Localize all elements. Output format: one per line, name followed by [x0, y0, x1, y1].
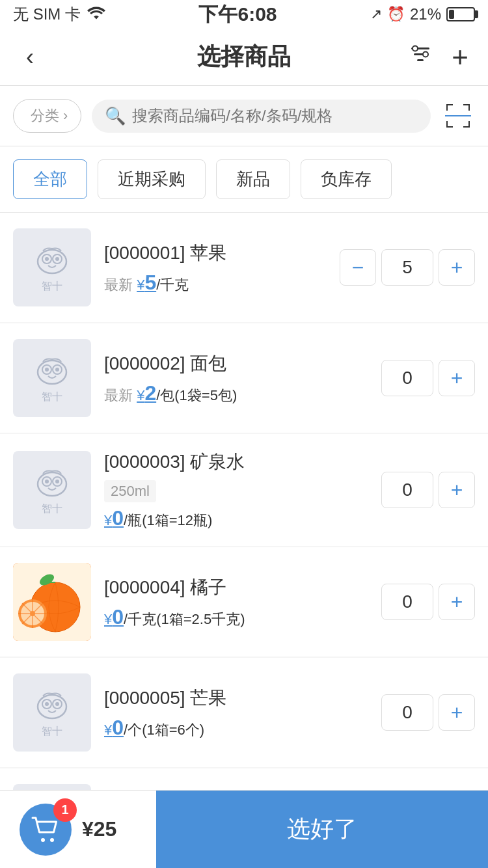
- svg-point-42: [45, 702, 49, 706]
- quantity-plus-button[interactable]: +: [439, 360, 475, 396]
- page-title: 选择商品: [197, 41, 291, 73]
- cart-button[interactable]: 1: [20, 804, 72, 856]
- status-right: ↗ ⏰ 21%: [370, 5, 475, 23]
- svg-point-39: [38, 695, 66, 718]
- svg-point-28: [55, 480, 59, 483]
- svg-point-19: [38, 360, 66, 384]
- svg-rect-8: [468, 104, 470, 111]
- quantity-input[interactable]: [381, 360, 433, 396]
- product-info: [0000002] 面包 最新 ¥2/包(1袋=5包): [104, 351, 381, 405]
- product-price: 最新 ¥2/包(1袋=5包): [104, 381, 381, 405]
- carrier-text: 无 SIM 卡: [13, 4, 81, 25]
- confirm-button[interactable]: 选好了: [156, 791, 488, 868]
- svg-rect-12: [468, 121, 470, 128]
- svg-point-38: [30, 611, 35, 616]
- battery-icon: [446, 7, 475, 21]
- category-label: 分类: [31, 106, 59, 126]
- tab-negative-stock[interactable]: 负库存: [301, 159, 392, 199]
- product-price: ¥0/千克(1箱=2.5千克): [104, 605, 381, 629]
- product-price: 最新 ¥5/千克: [104, 271, 340, 295]
- quantity-input[interactable]: [381, 584, 433, 620]
- svg-point-43: [55, 702, 59, 706]
- product-spec: 250ml: [104, 480, 156, 502]
- search-input-wrap: 🔍: [92, 100, 431, 133]
- svg-point-22: [45, 368, 49, 372]
- svg-rect-10: [446, 121, 448, 128]
- location-icon: ↗: [370, 6, 382, 23]
- product-name: [0000003] 矿泉水: [104, 450, 381, 474]
- product-item: 智十 [0000005] 芒果 ¥0/个(1箱=6个) +: [0, 658, 488, 767]
- product-item: 智十 [0000003] 矿泉水 250ml ¥0/瓶(1箱=12瓶) +: [0, 434, 488, 546]
- product-info: [0000003] 矿泉水 250ml ¥0/瓶(1箱=12瓶): [104, 450, 381, 530]
- status-left: 无 SIM 卡: [13, 4, 105, 25]
- quantity-plus-button[interactable]: +: [439, 249, 475, 286]
- svg-point-18: [55, 257, 59, 261]
- product-quantity: − +: [340, 249, 475, 286]
- product-quantity: +: [381, 694, 475, 731]
- product-thumbnail: 智十: [13, 451, 91, 529]
- tab-recent[interactable]: 近期采购: [98, 159, 206, 199]
- product-item: [0000004] 橘子 ¥0/千克(1箱=2.5千克) +: [0, 547, 488, 657]
- svg-point-23: [55, 368, 59, 372]
- cart-total: ¥25: [82, 817, 116, 841]
- product-name: [0000001] 苹果: [104, 241, 340, 265]
- product-info: [0000004] 橘子 ¥0/千克(1箱=2.5千克): [104, 575, 381, 629]
- svg-point-14: [38, 250, 66, 273]
- quantity-plus-button[interactable]: +: [439, 472, 475, 508]
- svg-point-55: [50, 838, 54, 842]
- product-name: [0000004] 橘子: [104, 575, 381, 600]
- wifi-icon: [87, 5, 105, 23]
- svg-point-3: [413, 46, 418, 51]
- add-icon[interactable]: +: [452, 41, 468, 74]
- status-bar: 无 SIM 卡 下午6:08 ↗ ⏰ 21%: [0, 0, 488, 29]
- product-price: ¥0/瓶(1箱=12瓶): [104, 506, 381, 530]
- status-time: 下午6:08: [198, 1, 277, 28]
- product-thumbnail: 智十: [13, 673, 91, 752]
- quantity-input[interactable]: [381, 472, 433, 508]
- tab-new[interactable]: 新品: [216, 159, 290, 199]
- scan-icon[interactable]: [441, 99, 475, 133]
- product-quantity: +: [381, 584, 475, 620]
- search-icon: 🔍: [105, 106, 126, 126]
- svg-point-17: [45, 257, 49, 261]
- placeholder-logo: 智十: [33, 243, 72, 292]
- tab-all[interactable]: 全部: [13, 159, 87, 199]
- placeholder-logo: 智十: [33, 688, 72, 737]
- product-thumbnail: [13, 563, 91, 641]
- quantity-minus-button[interactable]: −: [340, 249, 376, 286]
- svg-rect-13: [445, 115, 471, 116]
- product-thumbnail: 智十: [13, 228, 91, 306]
- svg-point-27: [45, 480, 49, 483]
- battery-percent: 21%: [410, 5, 441, 23]
- product-name: [0000002] 面包: [104, 351, 381, 376]
- filter-icon[interactable]: [409, 42, 432, 72]
- product-info: [0000001] 苹果 最新 ¥5/千克: [104, 241, 340, 295]
- nav-bar: ‹ 选择商品 +: [0, 29, 488, 86]
- quantity-plus-button[interactable]: +: [439, 584, 475, 620]
- search-area: 分类 › 🔍: [0, 86, 488, 146]
- quantity-input[interactable]: [381, 694, 433, 731]
- product-price: ¥0/个(1箱=6个): [104, 716, 381, 740]
- product-quantity: +: [381, 472, 475, 508]
- chevron-right-icon: ›: [63, 107, 68, 124]
- quantity-plus-button[interactable]: +: [439, 694, 475, 731]
- product-info: [0000005] 芒果 ¥0/个(1箱=6个): [104, 686, 381, 740]
- product-item: 智十 [0000002] 面包 最新 ¥2/包(1袋=5包) +: [0, 323, 488, 433]
- search-input[interactable]: [132, 107, 418, 125]
- product-name: [0000005] 芒果: [104, 686, 381, 711]
- product-list: 智十 [0000001] 苹果 最新 ¥5/千克 − +: [0, 213, 488, 868]
- product-item: 智十 [0000001] 苹果 最新 ¥5/千克 − +: [0, 213, 488, 322]
- placeholder-logo: 智十: [33, 354, 72, 402]
- alarm-icon: ⏰: [387, 6, 405, 23]
- svg-point-4: [423, 52, 428, 57]
- svg-point-54: [41, 838, 45, 842]
- category-button[interactable]: 分类 ›: [13, 99, 81, 133]
- back-button[interactable]: ‹: [20, 37, 40, 77]
- svg-point-24: [38, 472, 66, 496]
- quantity-input[interactable]: [381, 249, 433, 286]
- cart-section: 1 ¥25: [0, 804, 156, 856]
- svg-rect-2: [417, 59, 424, 61]
- filter-tabs: 全部 近期采购 新品 负库存: [0, 146, 488, 213]
- product-thumbnail: 智十: [13, 339, 91, 417]
- product-quantity: +: [381, 360, 475, 396]
